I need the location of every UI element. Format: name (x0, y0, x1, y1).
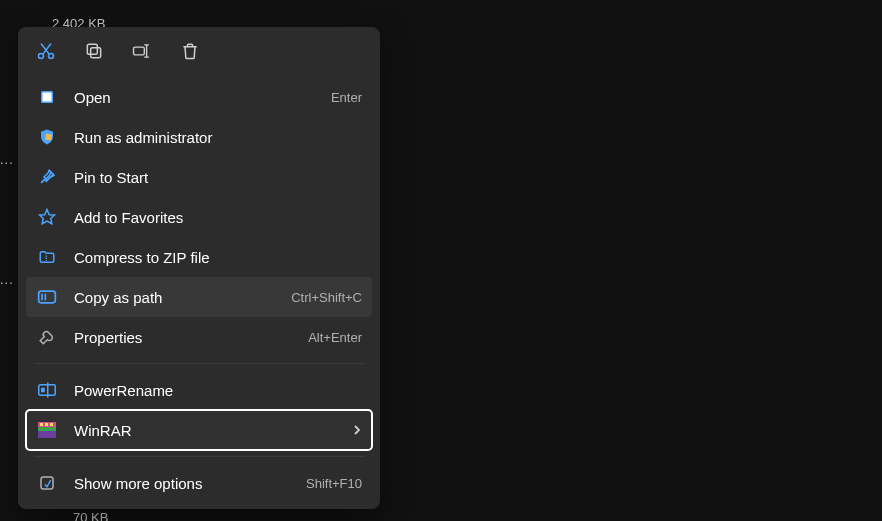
menu-item-more-options[interactable]: Show more options Shift+F10 (26, 463, 372, 503)
menu-item-copy-path[interactable]: Copy as path Ctrl+Shift+C (26, 277, 372, 317)
zip-icon (36, 246, 58, 268)
svg-marker-11 (40, 210, 55, 224)
menu-item-label: Properties (74, 329, 308, 346)
menu-item-shortcut: Alt+Enter (308, 330, 362, 345)
background-file-size-2: 70 KB (73, 510, 108, 521)
menu-item-shortcut: Shift+F10 (306, 476, 362, 491)
icon-toolbar (18, 27, 380, 73)
menu-item-favorites[interactable]: Add to Favorites (26, 197, 372, 237)
menu-separator (34, 456, 364, 457)
svg-rect-23 (45, 423, 48, 426)
menu-separator (34, 363, 364, 364)
menu-list: Open Enter Run as administrator Pin to S… (18, 73, 380, 503)
svg-rect-24 (50, 423, 53, 426)
menu-item-winrar[interactable]: WinRAR (26, 410, 372, 450)
rename-icon[interactable] (132, 41, 152, 61)
copy-path-icon (36, 286, 58, 308)
menu-item-label: Compress to ZIP file (74, 249, 362, 266)
menu-item-label: Pin to Start (74, 169, 362, 186)
copy-icon[interactable] (84, 41, 104, 61)
cut-icon[interactable] (36, 41, 56, 61)
svg-rect-5 (87, 44, 97, 54)
context-menu: Open Enter Run as administrator Pin to S… (18, 27, 380, 509)
winrar-icon (36, 419, 58, 441)
svg-rect-18 (41, 388, 45, 393)
menu-item-run-admin[interactable]: Run as administrator (26, 117, 372, 157)
trash-icon[interactable] (180, 41, 200, 61)
menu-item-pin-start[interactable]: Pin to Start (26, 157, 372, 197)
menu-item-powerrename[interactable]: PowerRename (26, 370, 372, 410)
menu-item-shortcut: Ctrl+Shift+C (291, 290, 362, 305)
menu-item-label: Run as administrator (74, 129, 362, 146)
svg-rect-10 (45, 134, 52, 141)
pin-icon (36, 166, 58, 188)
star-icon (36, 206, 58, 228)
menu-item-label: PowerRename (74, 382, 362, 399)
menu-item-label: Add to Favorites (74, 209, 362, 226)
menu-item-zip[interactable]: Compress to ZIP file (26, 237, 372, 277)
svg-rect-4 (91, 48, 101, 58)
more-options-icon (36, 472, 58, 494)
chevron-right-icon (352, 424, 362, 436)
svg-point-0 (39, 54, 44, 59)
menu-item-label: Show more options (74, 475, 306, 492)
menu-item-label: WinRAR (74, 422, 352, 439)
svg-rect-21 (38, 431, 56, 438)
svg-rect-6 (134, 47, 145, 55)
svg-rect-22 (40, 423, 43, 426)
svg-rect-9 (43, 93, 52, 102)
menu-item-properties[interactable]: Properties Alt+Enter (26, 317, 372, 357)
menu-item-open[interactable]: Open Enter (26, 77, 372, 117)
open-icon (36, 86, 58, 108)
menu-item-label: Copy as path (74, 289, 291, 306)
menu-item-label: Open (74, 89, 331, 106)
svg-rect-20 (38, 427, 56, 431)
shield-icon (36, 126, 58, 148)
svg-point-1 (49, 54, 54, 59)
powerrename-icon (36, 379, 58, 401)
menu-item-shortcut: Enter (331, 90, 362, 105)
wrench-icon (36, 326, 58, 348)
